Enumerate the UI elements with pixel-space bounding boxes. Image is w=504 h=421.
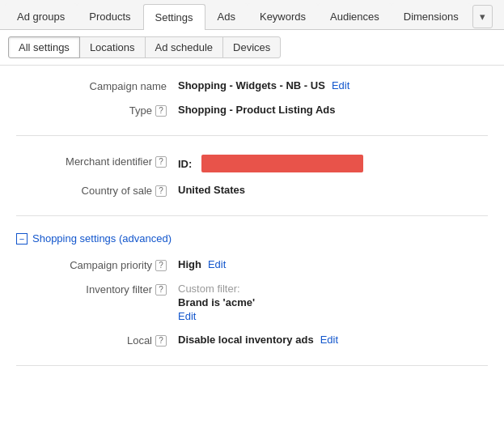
inventory-row: Inventory filter ? Custom filter: Brand … [16, 277, 488, 328]
tab-ad-groups[interactable]: Ad groups [5, 3, 77, 29]
local-label: Local ? [16, 334, 178, 347]
sub-tab-bar: All settings Locations Ad schedule Devic… [0, 30, 504, 66]
campaign-section: Campaign name Shopping - Widgets - NB - … [16, 74, 488, 136]
advanced-section: Campaign priority ? High Edit Inventory … [16, 253, 488, 366]
local-help-icon[interactable]: ? [155, 335, 167, 347]
merchant-value: ID: [178, 155, 488, 172]
campaign-name-value: Shopping - Widgets - NB - US Edit [178, 79, 488, 91]
tab-products[interactable]: Products [77, 3, 142, 29]
merchant-row: Merchant identifier ? ID: [16, 149, 488, 178]
subtab-all-settings[interactable]: All settings [8, 36, 80, 58]
settings-content: Campaign name Shopping - Widgets - NB - … [0, 66, 504, 395]
merchant-section: Merchant identifier ? ID: Country of sal… [16, 149, 488, 216]
inventory-label: Inventory filter ? [16, 283, 178, 296]
local-value: Disable local inventory ads Edit [178, 334, 488, 346]
priority-label: Campaign priority ? [16, 258, 178, 271]
country-row: Country of sale ? United States [16, 178, 488, 202]
merchant-help-icon[interactable]: ? [155, 156, 167, 168]
tab-audiences[interactable]: Audiences [318, 3, 392, 29]
more-tabs-button[interactable]: ▾ [472, 5, 493, 28]
top-tab-bar: Ad groups Products Settings Ads Keywords… [0, 0, 504, 30]
priority-value: High Edit [178, 258, 488, 270]
collapse-icon: − [16, 233, 28, 245]
merchant-label: Merchant identifier ? [16, 155, 178, 168]
priority-help-icon[interactable]: ? [155, 260, 167, 271]
subtab-ad-schedule[interactable]: Ad schedule [145, 36, 224, 58]
priority-row: Campaign priority ? High Edit [16, 253, 488, 277]
advanced-toggle[interactable]: − Shopping settings (advanced) [16, 229, 488, 253]
country-help-icon[interactable]: ? [155, 185, 167, 197]
inventory-edit-link[interactable]: Edit [178, 310, 255, 322]
campaign-name-edit-link[interactable]: Edit [332, 79, 349, 91]
subtab-devices[interactable]: Devices [222, 36, 281, 58]
local-edit-link[interactable]: Edit [320, 334, 338, 346]
priority-edit-link[interactable]: Edit [208, 258, 226, 270]
inventory-help-icon[interactable]: ? [155, 284, 167, 296]
country-label: Country of sale ? [16, 184, 178, 197]
subtab-locations[interactable]: Locations [79, 36, 146, 58]
type-row: Type ? Shopping - Product Listing Ads [16, 98, 488, 122]
type-value: Shopping - Product Listing Ads [178, 104, 488, 116]
type-help-icon[interactable]: ? [155, 105, 167, 117]
local-row: Local ? Disable local inventory ads Edit [16, 328, 488, 352]
tab-ads[interactable]: Ads [205, 3, 248, 29]
type-label: Type ? [16, 104, 178, 117]
merchant-id-redacted [201, 155, 363, 172]
campaign-name-label: Campaign name [16, 79, 178, 92]
campaign-name-row: Campaign name Shopping - Widgets - NB - … [16, 74, 488, 98]
tab-settings[interactable]: Settings [143, 4, 205, 30]
inventory-value: Custom filter: Brand is 'acme' Edit [178, 283, 488, 322]
inventory-filter-block: Custom filter: Brand is 'acme' Edit [178, 283, 255, 322]
tab-dimensions[interactable]: Dimensions [392, 3, 471, 29]
country-value: United States [178, 184, 488, 196]
tab-keywords[interactable]: Keywords [248, 3, 318, 29]
